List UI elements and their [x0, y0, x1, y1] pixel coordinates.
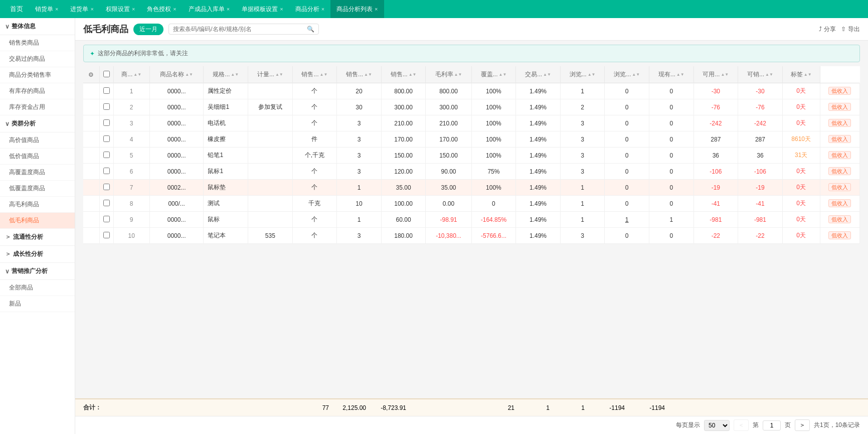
row-checkbox-0[interactable] [103, 87, 110, 94]
cell-code: 0002... [149, 180, 204, 196]
nav-product-in[interactable]: 产成品入库单 × [183, 0, 236, 18]
col-trade[interactable]: 交易...▲▼ [516, 66, 561, 83]
sidebar-item-low-value[interactable]: 低价值商品 [0, 149, 75, 165]
search-icon[interactable]: 🔍 [307, 26, 314, 33]
filter-month-btn[interactable]: 近一月 [133, 24, 163, 35]
footer-available: -1194 [625, 404, 665, 411]
row-checkbox-9[interactable] [103, 232, 110, 238]
cell-trade: 3 [560, 228, 605, 244]
cell-view1[interactable]: 1 [605, 212, 649, 228]
export-btn[interactable]: ⇧ 导出 [841, 25, 860, 34]
sidebar-item-low-coverage[interactable]: 低覆盖度商品 [0, 181, 75, 197]
cell-checkbox[interactable] [99, 83, 113, 99]
cell-checkbox[interactable] [99, 131, 113, 148]
nav-permission-close[interactable]: × [132, 6, 135, 12]
col-current[interactable]: 现有...▲▼ [649, 66, 693, 83]
nav-template-close[interactable]: × [280, 6, 283, 12]
sidebar-group-marketing[interactable]: ∨ 营销推广分析 [0, 263, 75, 280]
sidebar-group-growth[interactable]: ＞ 成长性分析 [0, 246, 75, 263]
col-sales-price[interactable]: 销售...▲▼ [337, 66, 382, 83]
cell-tag: 低收入 [820, 148, 859, 164]
row-checkbox-5[interactable] [103, 168, 110, 174]
select-all-checkbox[interactable] [103, 71, 110, 77]
nav-goods-analysis-list[interactable]: 商品分析列表 × [330, 0, 384, 18]
cell-checkbox[interactable] [99, 99, 113, 115]
cell-checkbox[interactable] [99, 180, 113, 196]
sidebar-group-overview[interactable]: ∨ 整体信息 [0, 18, 75, 35]
sidebar-item-high-value[interactable]: 高价值商品 [0, 132, 75, 149]
prev-page-btn[interactable]: ＜ [734, 419, 749, 431]
nav-role-close[interactable]: × [173, 6, 176, 12]
sidebar-item-traded-goods[interactable]: 交易过的商品 [0, 51, 75, 67]
col-available[interactable]: 可用...▲▼ [693, 66, 738, 83]
col-coverage[interactable]: 覆盖...▲▼ [471, 66, 516, 83]
view1-link[interactable]: 1 [625, 216, 629, 223]
sidebar-item-sales-goods[interactable]: 销售类商品 [0, 35, 75, 51]
cell-checkbox[interactable] [99, 212, 113, 228]
sidebar-item-high-coverage[interactable]: 高覆盖度商品 [0, 165, 75, 181]
col-view2[interactable]: 浏览...▲▼ [605, 66, 649, 83]
col-name[interactable]: 商品名称▲▼ [149, 66, 204, 83]
nav-purchase-close[interactable]: × [90, 6, 93, 12]
search-input[interactable] [173, 26, 307, 33]
sidebar-group-tier[interactable]: ∨ 类群分析 [0, 115, 75, 132]
sidebar-group-flow[interactable]: ＞ 流通性分析 [0, 229, 75, 246]
sidebar-item-inventory-goods[interactable]: 有库存的商品 [0, 83, 75, 99]
col-settings[interactable]: ⚙ [83, 66, 99, 83]
cell-unit: 个,千克 [292, 148, 337, 164]
total-records: 共1页，10条记录 [814, 421, 860, 429]
share-btn[interactable]: ⤴ 分享 [819, 25, 836, 34]
cell-checkbox[interactable] [99, 164, 113, 180]
nav-sales-close[interactable]: × [55, 6, 58, 12]
nav-sales[interactable]: 销货单 × [29, 0, 64, 18]
col-unit[interactable]: 计量...▲▼ [248, 66, 293, 83]
cell-name: 属性定价 [204, 83, 248, 99]
row-checkbox-3[interactable] [103, 135, 110, 142]
nav-purchase[interactable]: 进货单 × [64, 0, 99, 18]
sidebar-item-capital[interactable]: 库存资金占用 [0, 99, 75, 115]
cell-coverage: 1.49% [516, 212, 561, 228]
cell-coverage: 1.49% [516, 115, 561, 131]
nav-role[interactable]: 角色授权 × [141, 0, 182, 18]
next-page-btn[interactable]: ＞ [795, 419, 810, 431]
cell-current: -22 [693, 228, 738, 244]
cell-empty [83, 164, 99, 180]
nav-goods-analysis[interactable]: 商品分析 × [289, 0, 330, 18]
cell-sales-profit: -10,380... [426, 228, 471, 244]
col-sales-profit[interactable]: 销售...▲▼ [381, 66, 426, 83]
col-sales-qty[interactable]: 销售...▲▼ [292, 66, 337, 83]
cell-checkbox[interactable] [99, 148, 113, 164]
sidebar-item-all-goods[interactable]: 全部商品 [0, 280, 75, 296]
nav-permission[interactable]: 权限设置 × [100, 0, 141, 18]
footer-label: 合计： [83, 403, 111, 412]
nav-goods-analysis-close[interactable]: × [321, 6, 324, 12]
sort-view2-icon: ▲▼ [632, 72, 640, 77]
col-margin-rate[interactable]: 毛利率▲▼ [426, 66, 471, 83]
col-view1[interactable]: 浏览...▲▼ [560, 66, 605, 83]
row-checkbox-6[interactable] [103, 184, 110, 190]
row-checkbox-4[interactable] [103, 152, 110, 158]
cell-checkbox[interactable] [99, 228, 113, 244]
sidebar-item-low-margin[interactable]: 低毛利商品 [0, 213, 75, 229]
sidebar-item-new-goods[interactable]: 新品 [0, 296, 75, 312]
row-checkbox-2[interactable] [103, 119, 110, 126]
col-spec[interactable]: 规格...▲▼ [204, 66, 248, 83]
nav-home[interactable]: 首页 [4, 0, 29, 18]
sidebar-item-high-margin[interactable]: 高毛利商品 [0, 197, 75, 213]
nav-goods-analysis-list-close[interactable]: × [375, 6, 378, 12]
nav-product-in-close[interactable]: × [227, 6, 230, 12]
per-page-select[interactable]: 50 100 200 [704, 420, 730, 431]
cell-checkbox[interactable] [99, 115, 113, 131]
row-checkbox-7[interactable] [103, 200, 110, 206]
sidebar-item-goods-rate[interactable]: 商品分类销售率 [0, 67, 75, 83]
row-checkbox-1[interactable] [103, 103, 110, 110]
col-code[interactable]: 商...▲▼ [113, 66, 149, 83]
nav-template[interactable]: 单据模板设置 × [236, 0, 289, 18]
col-saleable[interactable]: 可销...▲▼ [738, 66, 783, 83]
page-number-input[interactable] [763, 420, 781, 430]
col-tag[interactable]: 标签▲▼ [782, 66, 820, 83]
row-checkbox-8[interactable] [103, 216, 110, 222]
col-checkbox[interactable] [99, 66, 113, 83]
cell-name: 橡皮擦 [204, 131, 248, 148]
cell-checkbox[interactable] [99, 196, 113, 212]
